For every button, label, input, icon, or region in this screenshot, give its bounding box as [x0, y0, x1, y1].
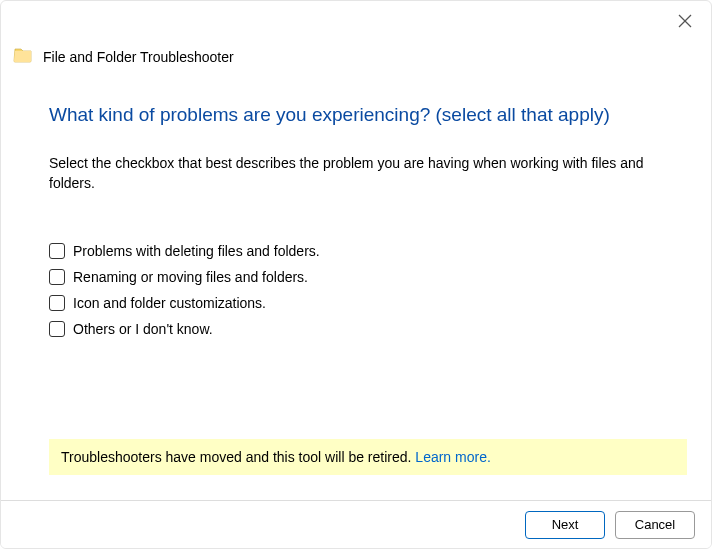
checkbox-icon [49, 269, 65, 285]
page-heading: What kind of problems are you experienci… [49, 104, 663, 126]
main-content: What kind of problems are you experienci… [1, 76, 711, 337]
window-title: File and Folder Troubleshooter [43, 49, 234, 65]
options-list: Problems with deleting files and folders… [49, 243, 663, 337]
learn-more-link[interactable]: Learn more. [415, 449, 490, 465]
option-label: Icon and folder customizations. [73, 295, 266, 311]
checkbox-icon [49, 295, 65, 311]
option-icon-customizations[interactable]: Icon and folder customizations. [49, 295, 663, 311]
option-rename-move[interactable]: Renaming or moving files and folders. [49, 269, 663, 285]
option-others[interactable]: Others or I don't know. [49, 321, 663, 337]
dialog-footer: Next Cancel [1, 500, 711, 548]
close-icon [678, 14, 692, 28]
close-button[interactable] [675, 11, 695, 31]
option-label: Others or I don't know. [73, 321, 213, 337]
retirement-notice: Troubleshooters have moved and this tool… [49, 439, 687, 475]
checkbox-icon [49, 321, 65, 337]
folder-icon [13, 45, 33, 68]
next-button[interactable]: Next [525, 511, 605, 539]
cancel-button[interactable]: Cancel [615, 511, 695, 539]
option-label: Problems with deleting files and folders… [73, 243, 320, 259]
option-label: Renaming or moving files and folders. [73, 269, 308, 285]
option-delete-problems[interactable]: Problems with deleting files and folders… [49, 243, 663, 259]
checkbox-icon [49, 243, 65, 259]
notice-text: Troubleshooters have moved and this tool… [61, 449, 415, 465]
page-description: Select the checkbox that best describes … [49, 154, 663, 193]
window-header: File and Folder Troubleshooter [1, 37, 711, 76]
